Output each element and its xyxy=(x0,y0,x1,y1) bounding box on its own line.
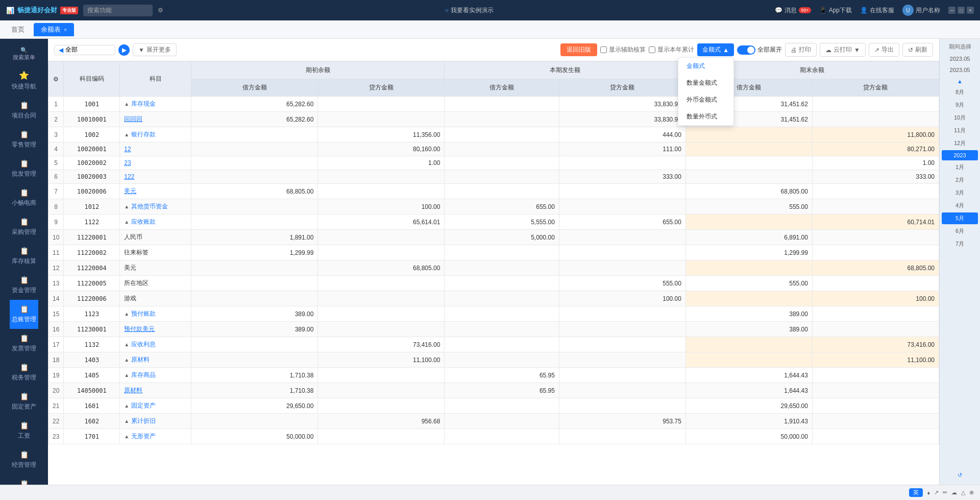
table-row: 15 1123 ▲预付账款 389.00 389.00 xyxy=(48,306,939,322)
toggle-control[interactable] xyxy=(737,45,755,55)
account-name-link[interactable]: 预付账款 xyxy=(131,310,156,317)
status-icon-4[interactable]: ☁ xyxy=(951,489,957,496)
period-down-arrow[interactable]: ↺ xyxy=(942,472,978,479)
service-btn[interactable]: 👤 在线客服 xyxy=(860,6,894,15)
sidebar-item-crm[interactable]: 📋小畅报销 xyxy=(10,474,38,485)
period-year-2023-2[interactable]: 2023.05 xyxy=(942,65,978,75)
account-name-link[interactable]: 库存现金 xyxy=(131,100,156,107)
period-month-1月[interactable]: 1月 xyxy=(942,161,978,173)
export-btn[interactable]: ↗ 导出 xyxy=(869,43,899,57)
period-month-3月[interactable]: 3月 xyxy=(942,187,978,199)
th-settings[interactable]: ⚙ xyxy=(48,62,64,97)
account-search-input[interactable] xyxy=(65,46,106,54)
period-month-2月[interactable]: 2月 xyxy=(942,174,978,186)
sidebar-item-wholesale[interactable]: 📋批发管理 xyxy=(10,154,38,183)
cloud-print-btn[interactable]: ☁ 云打印 ▼ xyxy=(820,43,866,57)
status-lang-btn[interactable]: 英 xyxy=(909,488,923,497)
account-name-link[interactable]: 应收账款 xyxy=(131,218,156,225)
demo-link[interactable]: ○ 我要看实例演示 xyxy=(445,6,494,15)
show-auxiliary-checkbox[interactable]: 显示辅助核算 xyxy=(600,45,646,54)
account-code-cell: 1601 xyxy=(64,398,120,414)
tab-close-icon[interactable]: × xyxy=(64,27,67,33)
period-up-arrow[interactable]: ▲ xyxy=(942,78,978,84)
sidebar-item-general[interactable]: 📋总账管理 xyxy=(10,300,38,329)
tab-home[interactable]: 首页 xyxy=(4,23,32,36)
account-sub-link[interactable]: 122 xyxy=(124,173,134,180)
account-sub-link[interactable]: 原材料 xyxy=(124,387,142,394)
format-option-qty_amount[interactable]: 数量金额式 xyxy=(678,75,733,91)
account-code-cell: 10020003 xyxy=(64,170,120,184)
sidebar-item-operations[interactable]: 📋经营管理 xyxy=(10,445,38,474)
expand-all-toggle[interactable]: 全部展开 xyxy=(737,45,782,55)
show-annual-checkbox[interactable]: 显示本年累计 xyxy=(649,45,694,54)
account-name-link[interactable]: 应收利息 xyxy=(131,341,156,348)
account-name-link[interactable]: 其他货币资金 xyxy=(131,203,168,210)
sidebar-item-capital[interactable]: 📋资金管理 xyxy=(10,271,38,300)
format-option-foreign_amount[interactable]: 外币金额式 xyxy=(678,91,733,108)
sidebar-item-retail[interactable]: 📋零售管理 xyxy=(10,125,38,154)
status-icon-3[interactable]: ✏ xyxy=(943,489,947,496)
sidebar-search[interactable]: 🔍 搜索菜单 xyxy=(0,43,48,65)
format-option-qty_foreign[interactable]: 数量外币式 xyxy=(678,108,733,125)
nav-forward-btn[interactable]: ▶ xyxy=(118,44,130,56)
print-btn[interactable]: 🖨 打印 xyxy=(785,43,817,57)
status-icon-5[interactable]: △ xyxy=(961,489,965,496)
period-month-12月[interactable]: 12月 xyxy=(942,137,978,149)
period-year-2023-1[interactable]: 2023.05 xyxy=(942,54,978,64)
user-info[interactable]: U 用户名称 xyxy=(902,5,940,16)
account-name-link[interactable]: 银行存款 xyxy=(131,131,156,138)
account-name-cell: ▲库存商品 xyxy=(120,368,191,383)
download-btn[interactable]: 📱 App下载 xyxy=(819,6,852,15)
sidebar-item-invoice[interactable]: 📋发票管理 xyxy=(10,329,38,358)
period-month-4月[interactable]: 4月 xyxy=(942,200,978,211)
sidebar-item-purchase[interactable]: 📋采购管理 xyxy=(10,212,38,242)
top-header: 📊 畅捷通好会财 专业版 搜索功能 ⚙ ○ 我要看实例演示 💬 消息 99+ 📱 xyxy=(0,0,980,20)
sidebar-item-assets[interactable]: 📋固定资产 xyxy=(10,387,38,416)
row-num: 3 xyxy=(48,127,64,142)
period-month-2023[interactable]: 2023 xyxy=(942,150,978,160)
account-name-link[interactable]: 累计折旧 xyxy=(131,417,156,424)
account-sub-link[interactable]: 12 xyxy=(124,146,131,153)
tab-balance[interactable]: 余额表 × xyxy=(34,23,74,36)
return-old-version-btn[interactable]: 退回旧版 xyxy=(560,43,597,56)
period-month-8月[interactable]: 8月 xyxy=(942,86,978,98)
format-option-amount[interactable]: 金额式 xyxy=(678,58,733,75)
maximize-btn[interactable]: □ xyxy=(958,7,965,14)
account-name-link[interactable]: 无形资产 xyxy=(131,433,156,440)
sidebar-item-inventory[interactable]: 📋库存核算 xyxy=(10,242,38,271)
minimize-btn[interactable]: ─ xyxy=(948,7,955,14)
sidebar-item-project[interactable]: 📋项目合同 xyxy=(10,96,38,125)
sidebar-item-quicknav[interactable]: ⭐ 快捷导航 xyxy=(0,65,48,96)
sidebar-item-ecommerce[interactable]: 📋小畅电商 xyxy=(10,183,38,212)
account-search-box[interactable]: ◀ xyxy=(54,45,115,55)
period-month-9月[interactable]: 9月 xyxy=(942,99,978,111)
status-icon-6[interactable]: ⊕ xyxy=(969,489,974,496)
account-name-link[interactable]: 固定资产 xyxy=(131,402,156,409)
account-name-link[interactable]: 库存商品 xyxy=(131,371,156,378)
format-dropdown-btn[interactable]: 金额式 ▲ xyxy=(697,43,734,56)
refresh-btn[interactable]: ↺ 刷新 xyxy=(902,43,933,57)
period-month-6月[interactable]: 6月 xyxy=(942,225,978,237)
account-sub-link[interactable]: 美元 xyxy=(124,187,136,195)
cloud-print-chevron: ▼ xyxy=(854,46,860,54)
sidebar-item-tax[interactable]: 📋税务管理 xyxy=(10,358,38,387)
column-settings-icon[interactable]: ⚙ xyxy=(53,76,59,83)
expand-more-btn[interactable]: ▼ 展开更多 xyxy=(133,43,177,56)
status-icon-2[interactable]: ↗ xyxy=(934,489,939,496)
period-month-7月[interactable]: 7月 xyxy=(942,238,978,250)
cb-credit-cell: 80,271.00 xyxy=(812,142,939,156)
close-btn[interactable]: × xyxy=(967,7,974,14)
period-month-5月[interactable]: 5月 xyxy=(942,212,978,224)
account-sub-link[interactable]: 23 xyxy=(124,159,131,166)
account-name-link[interactable]: 原材料 xyxy=(131,356,150,363)
period-month-10月[interactable]: 10月 xyxy=(942,112,978,124)
title-search[interactable]: 搜索功能 xyxy=(83,5,153,16)
settings-icon[interactable]: ⚙ xyxy=(158,7,163,14)
message-btn[interactable]: 💬 消息 99+ xyxy=(775,6,811,15)
sidebar-item-payroll[interactable]: 📋工资 xyxy=(10,416,38,445)
balance-table: ⚙ 科目编码 科目 期初余额 本期发生额 期末余额 借方金额 贷方金额 借方金额 xyxy=(48,61,939,444)
account-sub-link[interactable]: 回回回 xyxy=(124,115,142,123)
cd-debit-cell xyxy=(445,112,559,127)
account-sub-link[interactable]: 预付款美元 xyxy=(124,325,155,332)
period-month-11月[interactable]: 11月 xyxy=(942,125,978,136)
